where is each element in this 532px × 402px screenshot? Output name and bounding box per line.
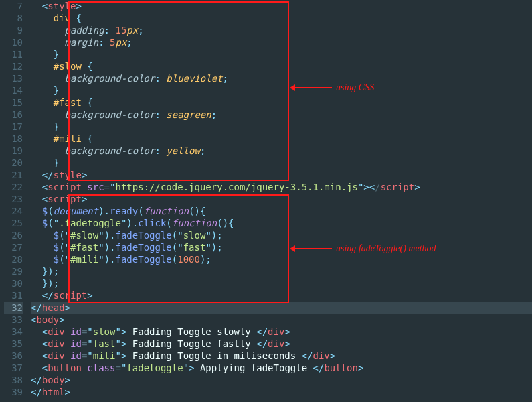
code-line[interactable]: <script src="https://code.jquery.com/jqu… bbox=[31, 181, 532, 193]
code-line[interactable]: </html> bbox=[31, 386, 532, 398]
line-number: 20 bbox=[4, 157, 23, 169]
code-line[interactable]: <script> bbox=[31, 193, 532, 205]
code-line[interactable]: #slow { bbox=[31, 60, 532, 72]
line-number: 15 bbox=[4, 96, 23, 109]
line-number: 21 bbox=[4, 169, 23, 181]
line-number: 19 bbox=[4, 145, 23, 157]
line-number: 24 bbox=[4, 205, 23, 217]
line-number: 30 bbox=[4, 277, 23, 289]
line-number: 27 bbox=[4, 241, 23, 253]
line-number: 26 bbox=[4, 229, 23, 241]
code-line[interactable]: } bbox=[31, 84, 532, 96]
code-line[interactable]: background-color: yellow; bbox=[31, 145, 532, 157]
line-number: 38 bbox=[4, 374, 23, 386]
code-line[interactable]: $(document).ready(function(){ bbox=[31, 205, 532, 217]
code-line[interactable]: <div id="fast"> Fadding Toggle fastly </… bbox=[31, 338, 532, 350]
code-line[interactable]: </script> bbox=[31, 289, 532, 302]
code-line[interactable]: #mili { bbox=[31, 133, 532, 145]
annotation-arrow-fadetoggle bbox=[292, 248, 332, 249]
code-area[interactable]: using CSS using fadeToggle() method <sty… bbox=[29, 0, 532, 402]
code-line[interactable]: </body> bbox=[31, 374, 532, 386]
line-number: 39 bbox=[4, 386, 23, 398]
line-number: 14 bbox=[4, 84, 23, 96]
code-line[interactable]: padding: 15px; bbox=[31, 24, 532, 36]
line-number: 33 bbox=[4, 314, 23, 326]
code-line[interactable]: #fast { bbox=[31, 96, 532, 109]
code-line[interactable]: margin: 5px; bbox=[31, 36, 532, 48]
line-number: 13 bbox=[4, 72, 23, 84]
line-number: 11 bbox=[4, 48, 23, 60]
code-line[interactable]: } bbox=[31, 48, 532, 60]
line-number: 10 bbox=[4, 36, 23, 48]
line-number: 37 bbox=[4, 362, 23, 374]
line-number: 28 bbox=[4, 253, 23, 265]
code-line[interactable]: <div id="slow"> Fadding Toggle slowly </… bbox=[31, 326, 532, 338]
code-line[interactable]: background-color: seagreen; bbox=[31, 109, 532, 121]
line-number: 29 bbox=[4, 265, 23, 277]
line-number: 22 bbox=[4, 181, 23, 193]
code-line[interactable]: $(".fadetoggle").click(function(){ bbox=[31, 217, 532, 229]
code-line[interactable]: $("#slow").fadeToggle("slow"); bbox=[31, 229, 532, 241]
code-line[interactable]: </style> bbox=[31, 169, 532, 181]
code-line[interactable]: <body> bbox=[31, 314, 532, 326]
line-number: 7 bbox=[4, 0, 23, 12]
code-line[interactable]: } bbox=[31, 157, 532, 169]
line-number: 16 bbox=[4, 109, 23, 121]
line-number: 31 bbox=[4, 289, 23, 302]
code-line[interactable]: }); bbox=[31, 265, 532, 277]
code-editor[interactable]: 7891011121314151617181920212223242526272… bbox=[0, 0, 532, 402]
line-number: 36 bbox=[4, 350, 23, 362]
code-line[interactable]: <button class="fadetoggle"> Applying fad… bbox=[31, 362, 532, 374]
line-number: 17 bbox=[4, 121, 23, 133]
annotation-arrow-css bbox=[292, 87, 332, 88]
line-number: 23 bbox=[4, 193, 23, 205]
code-line[interactable]: $("#fast").fadeToggle("fast"); bbox=[31, 241, 532, 253]
line-number: 32 bbox=[4, 302, 23, 314]
line-number: 34 bbox=[4, 326, 23, 338]
line-number: 25 bbox=[4, 217, 23, 229]
code-line[interactable]: $("#mili").fadeToggle(1000); bbox=[31, 253, 532, 265]
line-number: 18 bbox=[4, 133, 23, 145]
code-line[interactable]: div { bbox=[31, 12, 532, 24]
code-line[interactable]: <div id="mili"> Fadding Toggle in milise… bbox=[31, 350, 532, 362]
line-number: 9 bbox=[4, 24, 23, 36]
line-number: 12 bbox=[4, 60, 23, 72]
line-number-gutter: 7891011121314151617181920212223242526272… bbox=[0, 0, 29, 402]
code-line[interactable]: <style> bbox=[31, 0, 532, 12]
code-line[interactable]: }); bbox=[31, 277, 532, 289]
code-line[interactable]: background-color: blueviolet; bbox=[31, 72, 532, 84]
code-line[interactable]: } bbox=[31, 121, 532, 133]
line-number: 8 bbox=[4, 12, 23, 24]
annotation-label-css: using CSS bbox=[336, 82, 374, 94]
code-line[interactable]: </head> bbox=[31, 302, 532, 314]
line-number: 35 bbox=[4, 338, 23, 350]
annotation-label-fadetoggle: using fadeToggle() method bbox=[336, 243, 436, 255]
